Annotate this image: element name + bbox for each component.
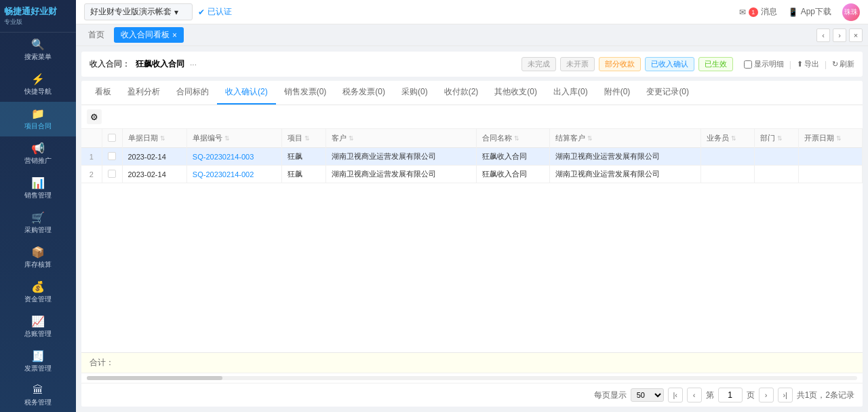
sidebar-icon-5: 🛒: [31, 211, 45, 224]
sidebar-item-0[interactable]: 🔍 搜索菜单: [0, 33, 76, 67]
table-row[interactable]: 1 2023-02-14 SQ-20230214-003 狂飙 湖南卫视商业运营…: [81, 148, 863, 166]
page-input[interactable]: [718, 388, 743, 402]
table-scroll-area[interactable]: 单据日期 单据编号 项目 客户 合同名称 结算客户 业务员 部门 开票日期 1: [81, 129, 863, 352]
row-checkbox-cell: [102, 166, 122, 183]
row-code: SQ-20230214-003: [186, 148, 281, 166]
refresh-button[interactable]: ↻ 刷新: [832, 59, 854, 69]
total-label: 合计：: [90, 358, 114, 367]
sidebar-label-2: 项目合同: [24, 121, 52, 131]
sidebar-item-7[interactable]: 💰 资金管理: [0, 275, 76, 310]
app-download-button[interactable]: 📱 App下载: [788, 6, 831, 18]
subtab-9[interactable]: 出入库(0): [545, 81, 596, 105]
account-selector[interactable]: 好业财专业版演示帐套 ▾: [84, 3, 193, 20]
row-checkbox-0[interactable]: [108, 152, 116, 160]
subtab-0[interactable]: 看板: [87, 81, 119, 105]
scrollbar-thumb[interactable]: [87, 376, 222, 380]
export-label: 导出: [804, 59, 819, 69]
row-checkbox-1[interactable]: [108, 170, 116, 178]
sidebar-item-3[interactable]: 📢 营销推广: [0, 136, 76, 171]
col-contract-name[interactable]: 合同名称: [477, 129, 550, 148]
next-page-btn[interactable]: ›: [759, 388, 774, 402]
status-tags: 未完成未开票部分收款已收入确认已生效: [521, 57, 733, 71]
status-tag-3[interactable]: 已收入确认: [645, 57, 694, 71]
subtab-11[interactable]: 变更记录(0): [638, 81, 697, 105]
first-page-btn[interactable]: |‹: [668, 388, 683, 402]
col-project[interactable]: 项目: [281, 129, 326, 148]
topbar-right: ✉ 1 消息 📱 App下载 珠珠: [739, 3, 860, 21]
row-code-link[interactable]: SQ-20230214-002: [193, 170, 254, 179]
total-info: 共1页，2条记录: [797, 390, 854, 401]
settings-icon[interactable]: ⚙: [87, 109, 102, 124]
account-name: 好业财专业版演示帐套: [90, 6, 172, 18]
subtab-5[interactable]: 税务发票(0): [334, 81, 393, 105]
sidebar-item-6[interactable]: 📦 库存核算: [0, 240, 76, 275]
row-date: 2023-02-14: [122, 166, 186, 183]
col-invoice-date[interactable]: 开票日期: [799, 129, 863, 148]
horizontal-scrollbar[interactable]: [81, 373, 863, 383]
topbar: 好业财专业版演示帐套 ▾ ✔ 已认证 ✉ 1 消息 📱 App下载 珠珠: [76, 0, 868, 24]
show-detail-checkbox[interactable]: [744, 60, 752, 69]
subtab-6[interactable]: 采购(0): [393, 81, 436, 105]
sidebar-logo: 畅捷通好业财 专业版: [0, 0, 76, 33]
contract-title: 狂飙收入合同: [136, 58, 184, 70]
page-label-before: 第: [706, 390, 714, 401]
sidebar-item-10[interactable]: 🏛 税务管理: [0, 379, 76, 412]
sidebar: 畅捷通好业财 专业版 🔍 搜索菜单 ⚡ 快捷导航 📁 项目合同 📢 营销推广 📊…: [0, 0, 76, 412]
tab-home[interactable]: 首页: [81, 26, 111, 43]
row-code-link[interactable]: SQ-20230214-003: [193, 153, 254, 161]
table-row[interactable]: 2 2023-02-14 SQ-20230214-002 狂飙 湖南卫视商业运营…: [81, 166, 863, 183]
tab-active[interactable]: 收入合同看板 ×: [114, 27, 184, 43]
per-page-select[interactable]: 20 50 100: [631, 388, 664, 402]
nav-next[interactable]: ›: [833, 29, 846, 42]
show-detail-toggle[interactable]: 显示明细: [744, 59, 784, 69]
subtab-8[interactable]: 其他收支(0): [486, 81, 545, 105]
col-date[interactable]: 单据日期: [122, 129, 186, 148]
tabbar: 首页 收入合同看板 × ‹ › ×: [76, 24, 868, 46]
sidebar-label-6: 库存核算: [24, 260, 52, 269]
sidebar-label-1: 快捷导航: [24, 87, 52, 96]
select-all-checkbox[interactable]: [108, 134, 116, 142]
nav-prev[interactable]: ‹: [816, 29, 830, 42]
subtab-2[interactable]: 合同标的: [168, 81, 217, 105]
user-profile[interactable]: 珠珠: [842, 3, 860, 21]
chevron-down-icon: ▾: [174, 7, 178, 17]
col-salesperson[interactable]: 业务员: [701, 129, 754, 148]
sidebar-item-1[interactable]: ⚡ 快捷导航: [0, 67, 76, 102]
subtab-3[interactable]: 收入确认(2): [217, 81, 276, 105]
row-settle-customer: 湖南卫视商业运营发展有限公司: [550, 166, 701, 183]
more-icon[interactable]: ···: [190, 60, 197, 69]
row-project: 狂飙: [281, 148, 326, 166]
subtab-7[interactable]: 收付款(2): [436, 81, 487, 105]
sidebar-item-8[interactable]: 📈 总账管理: [0, 310, 76, 344]
col-settle-customer[interactable]: 结算客户: [550, 129, 701, 148]
subtab-1[interactable]: 盈利分析: [119, 81, 168, 105]
status-tag-1[interactable]: 未开票: [560, 57, 595, 71]
export-icon: ⬆: [797, 60, 803, 69]
sidebar-icon-0: 🔍: [31, 38, 45, 51]
status-tag-0[interactable]: 未完成: [521, 57, 556, 71]
sidebar-label-8: 总账管理: [24, 329, 52, 339]
status-tag-4[interactable]: 已生效: [698, 57, 733, 71]
col-code[interactable]: 单据编号: [186, 129, 281, 148]
status-tag-2[interactable]: 部分收款: [599, 57, 641, 71]
tab-close-icon[interactable]: ×: [172, 31, 177, 40]
sidebar-item-5[interactable]: 🛒 采购管理: [0, 206, 76, 240]
col-customer[interactable]: 客户: [326, 129, 477, 148]
subtabs: 看板盈利分析合同标的收入确认(2)销售发票(0)税务发票(0)采购(0)收付款(…: [81, 81, 863, 105]
sidebar-item-2[interactable]: 📁 项目合同: [0, 102, 76, 136]
nav-close[interactable]: ×: [849, 29, 863, 42]
sidebar-item-4[interactable]: 📊 销售管理: [0, 171, 76, 206]
last-page-btn[interactable]: ›|: [778, 388, 793, 402]
message-button[interactable]: ✉ 1 消息: [739, 6, 777, 18]
col-department[interactable]: 部门: [755, 129, 799, 148]
prev-page-btn[interactable]: ‹: [687, 388, 702, 402]
check-circle-icon: ✔: [198, 7, 205, 17]
row-num: 1: [81, 148, 102, 166]
home-label: 首页: [88, 29, 104, 41]
export-button[interactable]: ⬆ 导出: [797, 59, 819, 69]
subtab-10[interactable]: 附件(0): [596, 81, 639, 105]
row-customer: 湖南卫视商业运营发展有限公司: [326, 166, 477, 183]
subtab-4[interactable]: 销售发票(0): [276, 81, 335, 105]
sidebar-item-9[interactable]: 🧾 发票管理: [0, 344, 76, 379]
row-invoice-date: [799, 148, 863, 166]
